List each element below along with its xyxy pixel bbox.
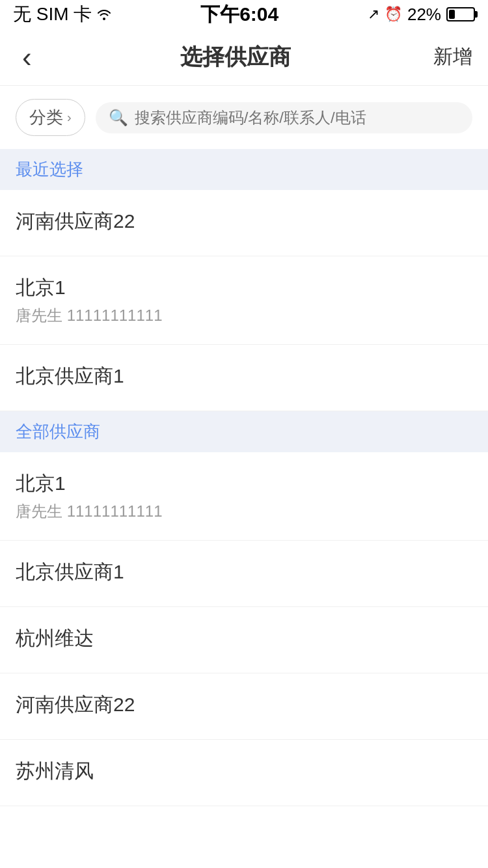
page-title: 选择供应商: [180, 42, 291, 72]
list-item[interactable]: 杭州维达: [0, 607, 488, 673]
list-item[interactable]: 苏州清风: [0, 740, 488, 806]
item-name: 苏州清风: [16, 758, 472, 785]
nav-bar: ‹ 选择供应商 新增: [0, 29, 488, 86]
item-name: 北京供应商1: [16, 363, 472, 390]
status-time: 下午6:04: [200, 1, 278, 28]
search-input[interactable]: [135, 109, 459, 127]
add-button[interactable]: 新增: [433, 44, 472, 70]
location-icon: ↗: [368, 6, 379, 23]
all-section-header: 全部供应商: [0, 411, 488, 452]
item-name: 河南供应商22: [16, 208, 472, 235]
status-right: ↗ ⏰ 22%: [368, 5, 475, 25]
all-section-label: 全部供应商: [16, 422, 100, 441]
wifi-icon: [97, 4, 111, 25]
list-item[interactable]: 河南供应商22: [0, 190, 488, 256]
recent-list: 河南供应商22 北京1 唐先生 11111111111 北京供应商1: [0, 190, 488, 411]
list-item[interactable]: 河南供应商22: [0, 673, 488, 740]
item-sub: 唐先生 11111111111: [16, 501, 472, 522]
list-item[interactable]: 北京供应商1: [0, 345, 488, 411]
list-item[interactable]: 北京1 唐先生 11111111111: [0, 452, 488, 541]
item-name: 北京供应商1: [16, 559, 472, 586]
list-item[interactable]: 北京供应商1: [0, 541, 488, 607]
category-label: 分类: [29, 106, 63, 129]
sim-label: 无 SIM 卡: [13, 2, 92, 27]
alarm-icon: ⏰: [385, 6, 402, 23]
filter-bar: 分类 › 🔍: [0, 86, 488, 149]
battery-percent: 22%: [407, 5, 441, 25]
item-sub: 唐先生 11111111111: [16, 305, 472, 326]
recent-section-label: 最近选择: [16, 159, 83, 179]
status-bar: 无 SIM 卡 下午6:04 ↗ ⏰ 22%: [0, 0, 488, 29]
chevron-right-icon: ›: [67, 110, 72, 125]
battery-icon: [446, 7, 475, 21]
item-name: 北京1: [16, 275, 472, 301]
item-name: 杭州维达: [16, 625, 472, 652]
back-button[interactable]: ‹: [16, 34, 38, 80]
search-icon: 🔍: [109, 109, 128, 127]
all-list: 北京1 唐先生 11111111111 北京供应商1 杭州维达 河南供应商22 …: [0, 452, 488, 806]
item-name: 北京1: [16, 470, 472, 497]
recent-section-header: 最近选择: [0, 149, 488, 190]
item-name: 河南供应商22: [16, 692, 472, 718]
search-box[interactable]: 🔍: [96, 102, 472, 133]
status-left: 无 SIM 卡: [13, 2, 111, 27]
category-button[interactable]: 分类 ›: [16, 99, 85, 136]
list-item[interactable]: 北京1 唐先生 11111111111: [0, 256, 488, 345]
